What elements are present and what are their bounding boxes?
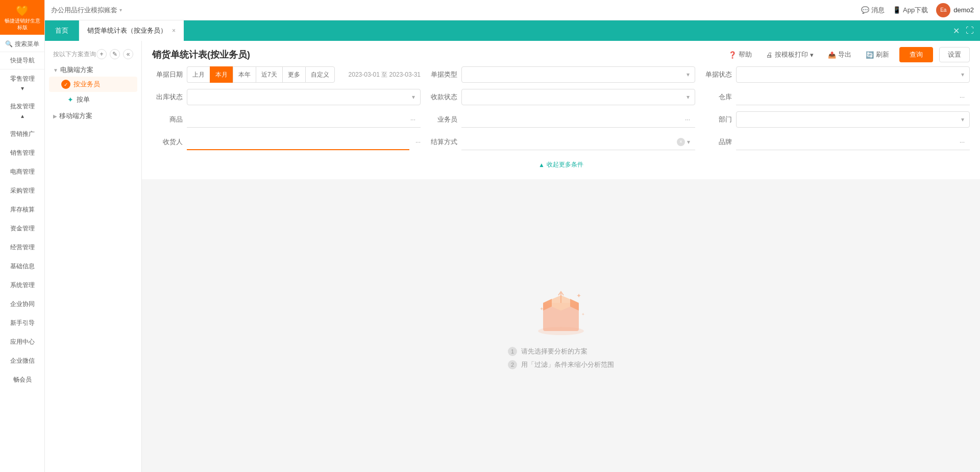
- sidebar-item-wechat[interactable]: 企业微信: [0, 351, 44, 370]
- search-menu-label: 搜索菜单: [15, 40, 39, 48]
- page-title-row: 销货单统计表(按业务员) ❓ 帮助 🖨 按模板打印 ▾ 📤: [152, 47, 970, 66]
- dept-select[interactable]: ▾: [736, 111, 970, 128]
- doc-type-label: 单据类型: [427, 70, 457, 79]
- app-download-btn[interactable]: 📱 App下载: [893, 6, 928, 15]
- payment-method-clear-btn[interactable]: ×: [677, 138, 685, 146]
- lp-edit-btn[interactable]: ✎: [110, 49, 120, 59]
- warehouse-input[interactable]: ···: [736, 89, 970, 105]
- payment-status-label: 收款状态: [427, 92, 457, 102]
- export-label: 导出: [838, 50, 851, 59]
- sidebar-item-system[interactable]: 系统管理: [0, 276, 44, 295]
- app-download-label: App下载: [903, 6, 928, 15]
- lp-add-btn[interactable]: +: [96, 49, 107, 59]
- tab-maximize-btn[interactable]: ⛶: [964, 24, 976, 37]
- message-icon: 💬: [861, 6, 869, 14]
- hint-text-1: 请先选择要分析的方案: [521, 347, 587, 356]
- date-tab-this-month[interactable]: 本月: [210, 66, 233, 83]
- tree-group-desktop-title[interactable]: ▼ 电脑端方案: [49, 63, 137, 77]
- export-btn[interactable]: 📤 导出: [824, 48, 855, 61]
- wholesale-arrow: ▴: [21, 112, 24, 120]
- filter-col-doc-status: 单据状态 ▾: [701, 66, 970, 83]
- sidebar-item-ecommerce[interactable]: 电商管理: [0, 162, 44, 181]
- help-btn[interactable]: ❓ 帮助: [724, 48, 756, 61]
- group-expand-icon: ▼: [53, 67, 58, 73]
- salesperson-input[interactable]: ···: [461, 111, 695, 128]
- sidebar-quick-nav[interactable]: 快捷导航: [0, 52, 44, 69]
- newuser-label: 新手引导: [10, 319, 35, 327]
- empty-state: ✦ ✦ ✦ 1 请先选择要分析的方案 2 用「过滤」条件来缩小分析范围: [142, 179, 980, 472]
- filter-col-out-status: 出库状态 ▾: [152, 89, 421, 105]
- sidebar-item-management[interactable]: 经营管理: [0, 238, 44, 257]
- mobile-group-label: 移动端方案: [59, 111, 92, 121]
- sidebar-item-vip[interactable]: 畅会员: [0, 370, 44, 389]
- tab-sales-stats[interactable]: 销货单统计表（按业务员） ×: [79, 20, 184, 41]
- sidebar-item-newuser[interactable]: 新手引导: [0, 314, 44, 333]
- hint-num-2: 2: [508, 360, 517, 369]
- active-dot: ✓: [61, 80, 70, 89]
- print-btn[interactable]: 🖨 按模板打印 ▾: [762, 48, 818, 61]
- goods-input[interactable]: ···: [187, 111, 421, 128]
- wholesale-label: 批发管理: [10, 102, 35, 111]
- sidebar-item-enterprise[interactable]: 企业协同: [0, 295, 44, 314]
- sidebar-item-inventory[interactable]: 库存核算: [0, 200, 44, 219]
- sidebar-item-marketing[interactable]: 营销推广: [0, 125, 44, 144]
- out-status-label: 出库状态: [152, 92, 183, 102]
- ecommerce-label: 电商管理: [10, 168, 35, 176]
- vip-label: 畅会员: [13, 375, 32, 384]
- tab-home[interactable]: 首页: [45, 20, 79, 41]
- refresh-icon: 🔄: [866, 51, 874, 59]
- wechat-label: 企业微信: [10, 357, 35, 365]
- salesperson-label: 业务员: [427, 115, 457, 124]
- message-btn[interactable]: 💬 消息: [861, 6, 885, 15]
- date-tab-last-month[interactable]: 上月: [187, 66, 210, 83]
- sidebar-item-purchase[interactable]: 采购管理: [0, 181, 44, 200]
- settings-btn[interactable]: 设置: [939, 47, 970, 62]
- filter-col-date: 单据日期 上月 本月 本年 近7天 更多 自定义 2023-03-01 至 20…: [152, 66, 421, 83]
- doc-type-select[interactable]: ▾: [461, 66, 695, 83]
- collapse-filters-btn[interactable]: ▲ 收起更多条件: [152, 156, 970, 173]
- payment-status-select[interactable]: ▾: [461, 89, 695, 105]
- doc-status-select[interactable]: ▾: [736, 66, 970, 83]
- tree-item-by-order[interactable]: ✦ 按单: [49, 92, 137, 107]
- app-download-icon: 📱: [893, 6, 901, 14]
- date-tab-7days[interactable]: 近7天: [256, 66, 282, 83]
- receiver-input[interactable]: [187, 134, 409, 150]
- brand-label: 品牌: [701, 137, 732, 147]
- payment-method-input[interactable]: × ▾: [461, 134, 695, 150]
- tab-close-icon[interactable]: ×: [172, 27, 176, 34]
- query-btn[interactable]: 查询: [899, 47, 933, 62]
- date-tab-this-year[interactable]: 本年: [233, 66, 256, 83]
- tree-group-mobile-title[interactable]: ▶ 移动端方案: [49, 109, 137, 123]
- sidebar-item-basic[interactable]: 基础信息: [0, 257, 44, 276]
- out-status-select[interactable]: ▾: [187, 89, 421, 105]
- user-menu[interactable]: Ea demo2: [936, 3, 974, 17]
- sidebar-item-retail[interactable]: 零售管理 ▾: [0, 69, 44, 97]
- tree-group-mobile: ▶ 移动端方案: [49, 109, 137, 123]
- purchase-label: 采购管理: [10, 186, 35, 195]
- sidebar-item-wholesale[interactable]: 批发管理 ▴: [0, 97, 44, 125]
- tree-sub-item-label: 按单: [77, 95, 90, 104]
- sidebar-item-appcenter[interactable]: 应用中心: [0, 333, 44, 351]
- refresh-btn[interactable]: 🔄 刷新: [862, 48, 893, 61]
- tree-item-by-salesperson[interactable]: ✓ 按业务员: [49, 77, 137, 92]
- date-tab-custom[interactable]: 自定义: [305, 66, 335, 83]
- date-tab-more[interactable]: 更多: [282, 66, 305, 83]
- sidebar-search-menu[interactable]: 🔍 搜索菜单: [0, 35, 44, 52]
- message-label: 消息: [871, 6, 885, 15]
- tabbar-controls: ✕ ⛶: [951, 24, 980, 38]
- lp-collapse-btn[interactable]: «: [123, 49, 133, 59]
- appcenter-label: 应用中心: [10, 338, 35, 346]
- print-label: 按模板打印: [775, 50, 808, 59]
- brand-input[interactable]: ···: [736, 134, 970, 150]
- filter-col-doc-type: 单据类型 ▾: [427, 66, 695, 83]
- basic-label: 基础信息: [10, 262, 35, 271]
- sidebar-logo[interactable]: 🧡 畅捷进销好生意 标版: [0, 0, 44, 35]
- tab-close-window-btn[interactable]: ✕: [951, 24, 962, 38]
- retail-arrow: ▾: [21, 85, 24, 92]
- tabbar: 首页 销货单统计表（按业务员） × ✕ ⛶: [45, 20, 980, 41]
- receiver-label: 收货人: [152, 137, 183, 147]
- breadcrumb-chevron: ▾: [119, 7, 122, 13]
- sidebar-item-sales[interactable]: 销售管理: [0, 144, 44, 162]
- sidebar-item-finance[interactable]: 资金管理: [0, 219, 44, 238]
- salesperson-dots: ···: [685, 116, 690, 123]
